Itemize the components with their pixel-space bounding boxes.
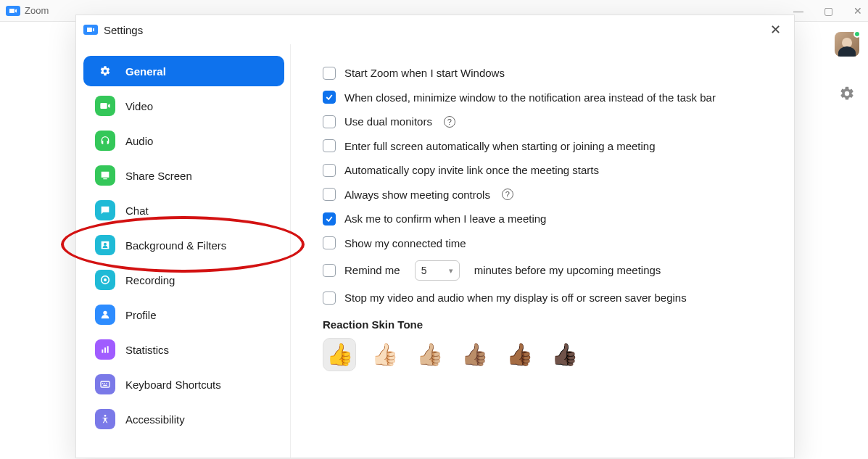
profile-avatar[interactable] — [835, 32, 859, 57]
svg-rect-8 — [104, 383, 105, 384]
sidebar-item-background-filters[interactable]: Background & Filters — [83, 230, 284, 260]
svg-point-2 — [103, 311, 107, 315]
sidebar-item-label: Audio — [125, 135, 153, 147]
zoom-logo-icon — [83, 25, 98, 35]
skin-tone-option-medium[interactable]: 👍🏽 — [458, 338, 491, 371]
svg-rect-9 — [106, 383, 107, 384]
background-filters-icon — [95, 235, 115, 255]
sidebar-item-profile[interactable]: Profile — [83, 299, 284, 330]
sidebar-item-recording[interactable]: Recording — [83, 265, 284, 295]
settings-sidebar: General Video Audio Share Screen — [76, 44, 291, 458]
gear-icon — [95, 61, 115, 81]
remind-minutes-select[interactable]: 5 ▾ — [415, 260, 460, 281]
sidebar-item-general[interactable]: General — [83, 56, 284, 86]
reaction-skin-tone-row: 👍 👍🏻 👍🏼 👍🏽 👍🏾 👍🏿 — [323, 338, 769, 371]
sidebar-item-label: Keyboard Shortcuts — [125, 379, 221, 391]
sidebar-item-accessibility[interactable]: Accessibility — [83, 404, 284, 434]
chevron-down-icon: ▾ — [449, 265, 453, 276]
checkbox-dual-monitors[interactable] — [323, 115, 336, 128]
svg-rect-5 — [107, 346, 109, 352]
skin-tone-option-light[interactable]: 👍🏻 — [368, 338, 401, 371]
checkbox-connected-time[interactable] — [323, 236, 336, 249]
headphones-icon — [95, 131, 115, 151]
share-screen-icon — [95, 165, 115, 186]
svg-rect-4 — [104, 347, 106, 352]
settings-close-button[interactable]: ✕ — [764, 19, 787, 41]
svg-rect-10 — [103, 385, 107, 386]
option-label: When closed, minimize window to the noti… — [344, 91, 716, 105]
sidebar-item-share-screen[interactable]: Share Screen — [83, 160, 284, 191]
remind-minutes-value: 5 — [421, 264, 427, 277]
skin-tone-option-default[interactable]: 👍 — [323, 338, 356, 371]
reaction-skin-tone-heading: Reaction Skin Tone — [323, 318, 769, 331]
settings-title: Settings — [104, 24, 143, 36]
sidebar-item-label: Profile — [125, 309, 157, 321]
settings-gear-icon[interactable] — [839, 86, 855, 104]
statistics-icon — [95, 339, 115, 360]
option-label: Remind me — [344, 263, 400, 278]
window-minimize-button[interactable]: — — [793, 5, 803, 17]
skin-tone-option-medium-dark[interactable]: 👍🏾 — [503, 338, 536, 371]
window-close-button[interactable]: ✕ — [853, 5, 862, 17]
sidebar-item-keyboard-shortcuts[interactable]: Keyboard Shortcuts — [83, 369, 284, 400]
sidebar-item-label: Recording — [125, 274, 175, 286]
checkbox-remind-me[interactable] — [323, 264, 336, 277]
settings-header: Settings ✕ — [76, 15, 794, 44]
checkbox-confirm-leave[interactable] — [323, 212, 336, 226]
app-title: Zoom — [25, 5, 49, 16]
option-label: Use dual monitors — [344, 115, 432, 129]
svg-point-11 — [104, 415, 107, 417]
option-label: Always show meeting controls — [344, 188, 490, 202]
keyboard-icon — [95, 374, 115, 394]
sidebar-item-audio[interactable]: Audio — [83, 125, 284, 156]
checkbox-minimize-tray[interactable] — [323, 91, 336, 104]
help-icon[interactable]: ? — [444, 116, 455, 128]
checkbox-start-on-windows[interactable] — [323, 67, 336, 80]
help-icon[interactable]: ? — [502, 189, 513, 200]
chat-icon — [95, 200, 115, 220]
window-maximize-button[interactable]: ▢ — [824, 5, 833, 17]
option-label: Automatically copy invite link once the … — [344, 163, 599, 178]
settings-window: Settings ✕ General Video Audio — [75, 15, 795, 458]
svg-rect-7 — [102, 383, 103, 384]
svg-point-1 — [104, 278, 107, 281]
checkbox-full-screen[interactable] — [323, 139, 336, 152]
option-label-suffix: minutes before my upcoming meetings — [474, 263, 661, 278]
checkbox-auto-copy-link[interactable] — [323, 164, 336, 177]
sidebar-item-label: Share Screen — [125, 170, 192, 182]
sidebar-item-chat[interactable]: Chat — [83, 195, 284, 226]
checkbox-stop-video-on-screensaver[interactable] — [323, 291, 336, 305]
sidebar-item-label: General — [125, 65, 166, 78]
option-label: Ask me to confirm when I leave a meeting — [344, 212, 546, 226]
settings-content: Start Zoom when I start Windows When clo… — [291, 44, 794, 458]
sidebar-item-statistics[interactable]: Statistics — [83, 334, 284, 365]
sidebar-item-video[interactable]: Video — [83, 91, 284, 121]
svg-rect-3 — [102, 350, 103, 353]
sidebar-item-label: Chat — [125, 204, 149, 217]
sidebar-item-label: Accessibility — [125, 413, 185, 426]
video-icon — [95, 96, 115, 116]
skin-tone-option-dark[interactable]: 👍🏿 — [547, 338, 581, 371]
recording-icon — [95, 270, 115, 290]
svg-rect-6 — [101, 381, 109, 387]
sidebar-item-label: Background & Filters — [125, 239, 226, 252]
option-label: Stop my video and audio when my display … — [344, 291, 687, 305]
sidebar-item-label: Video — [125, 100, 153, 112]
accessibility-icon — [95, 409, 115, 429]
checkbox-always-controls[interactable] — [323, 188, 336, 201]
option-label: Start Zoom when I start Windows — [344, 66, 505, 80]
skin-tone-option-medium-light[interactable]: 👍🏼 — [413, 338, 446, 371]
presence-online-dot — [853, 30, 861, 38]
option-label: Show my connected time — [344, 236, 466, 251]
zoom-logo-icon — [6, 6, 20, 16]
profile-icon — [95, 305, 115, 325]
option-label: Enter full screen automatically when sta… — [344, 139, 656, 154]
sidebar-item-label: Statistics — [125, 344, 169, 356]
